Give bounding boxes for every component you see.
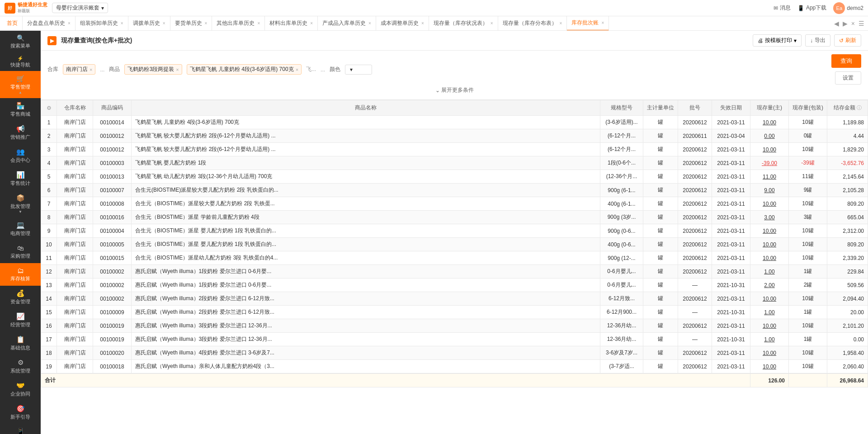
logo-text: 畅捷通好生意 [18, 2, 47, 8]
tab-7[interactable]: 产成品入库单历史 × [318, 16, 376, 31]
close-tab-6[interactable]: × [310, 21, 313, 26]
expand-filters-btn[interactable]: ⌄ 展开更多条件 [435, 86, 474, 94]
warehouse-ellipsis[interactable]: ... [100, 66, 104, 73]
tab-home[interactable]: 首页 [2, 16, 23, 31]
row-batch: — [678, 306, 712, 319]
row-stock[interactable]: 0.00 [750, 129, 789, 143]
sidebar-item-search[interactable]: 🔍 搜索菜单 [0, 31, 41, 53]
product-ellipsis[interactable]: 飞... [306, 66, 316, 73]
tab-11[interactable]: 库存批次账 × [567, 16, 609, 31]
print-btn[interactable]: 🖨 按模板打印 ▾ [753, 34, 802, 47]
close-tab-11[interactable]: × [601, 20, 604, 25]
row-stock[interactable]: 10.00 [750, 360, 789, 374]
row-stock[interactable]: 1.00 [750, 333, 789, 346]
download-icon: 📱 [797, 5, 804, 11]
refresh-btn[interactable]: ↺ 刷新 [834, 34, 861, 47]
color-dropdown[interactable]: ▾ [345, 65, 372, 75]
row-stock[interactable]: 10.00 [750, 251, 789, 265]
row-balance: 1,958.40 [827, 346, 868, 360]
sidebar-item-basic[interactable]: 📋 基础信息 [0, 332, 41, 355]
tab-6[interactable]: 材料出库单历史 × [265, 16, 318, 31]
account-selector[interactable]: 母婴行业演示账套 ▾ [52, 3, 108, 13]
th-settings[interactable]: ⚙ [41, 100, 57, 116]
sidebar-item-operations[interactable]: 📈 经营管理 [0, 309, 41, 332]
sidebar-item-retail[interactable]: 🛒 零售管理 ▲ [0, 71, 41, 98]
row-unit: 罐 [643, 292, 678, 306]
sidebar-item-apps[interactable]: 📱 应用中心 [0, 424, 41, 434]
sidebar-item-purchase[interactable]: 🛍 采购管理 [0, 241, 41, 263]
row-stock[interactable]: 9.00 [750, 184, 789, 197]
close-tab-9[interactable]: × [491, 21, 493, 26]
close-tab-7[interactable]: × [368, 21, 371, 26]
tab-4[interactable]: 要货单历史 × [170, 16, 212, 31]
cart-icon: 🛒 [16, 75, 25, 83]
row-stock[interactable]: 10.00 [750, 292, 789, 306]
row-num: 14 [41, 292, 57, 306]
tab-menu-icon[interactable]: ☰ [857, 20, 866, 27]
sidebar-item-finance[interactable]: 💰 资金管理 [0, 286, 41, 309]
close-tab-3[interactable]: × [163, 21, 165, 26]
sidebar-item-store[interactable]: 🏪 零售商城 [0, 98, 41, 121]
remove-product-tag-2[interactable]: × [296, 67, 298, 72]
product-tag-2[interactable]: 飞鹤星飞帆 儿童奶粉 4段(3-6岁适用) 700克 × [187, 64, 302, 75]
row-stock[interactable]: 11.00 [750, 170, 789, 184]
tab-close-all-icon[interactable]: × [850, 20, 856, 27]
row-stock[interactable]: 10.00 [750, 238, 789, 251]
sidebar-item-members[interactable]: 👥 会员中心 [0, 144, 41, 167]
sidebar-item-quicknav[interactable]: ⚡ 快捷导航 [0, 53, 41, 71]
sidebar-item-inventory[interactable]: 🗂 库存核算 [0, 263, 41, 286]
user-area[interactable]: Ea demo2 [833, 2, 863, 14]
sidebar-item-marketing[interactable]: 📢 营销推广 [0, 121, 41, 144]
tab-3[interactable]: 调拨单历史 × [128, 16, 170, 31]
sidebar-item-guide[interactable]: 🎯 新手引导 [0, 401, 41, 424]
row-stock[interactable]: 10.00 [750, 319, 789, 333]
row-warehouse: 南岸门店 [57, 265, 93, 278]
warehouse-tag[interactable]: 南岸门店 × [63, 64, 95, 75]
tab-2[interactable]: 组装拆卸单历史 × [75, 16, 128, 31]
refresh-icon: ↺ [839, 38, 844, 44]
row-stock[interactable]: 10.00 [750, 143, 789, 156]
row-stock[interactable]: 3.00 [750, 211, 789, 224]
close-tab-2[interactable]: × [121, 21, 123, 26]
table-row: 3 南岸门店 00100012 飞鹤星飞帆 较大婴儿配方奶粉 2段(6-12个月… [41, 143, 868, 156]
export-btn[interactable]: ↓ 导出 [805, 34, 830, 47]
row-stock[interactable]: 1.00 [750, 265, 789, 278]
sidebar-item-ecommerce[interactable]: 💻 电商管理 [0, 217, 41, 241]
row-stock[interactable]: 10.00 [750, 346, 789, 360]
row-name: 惠氏启赋（Wyeth illuma）2段奶粉 爱尔兰进口 6-12月致... [132, 292, 600, 306]
sidebar-item-wholesale[interactable]: 📦 批发管理 ▼ [0, 190, 41, 217]
sidebar-item-retail-stats[interactable]: 📊 零售统计 [0, 167, 41, 190]
tab-5[interactable]: 其他出库单历史 × [212, 16, 265, 31]
remove-warehouse-tag[interactable]: × [90, 67, 92, 72]
sidebar-item-collab[interactable]: 🤝 企业协同 [0, 378, 41, 401]
expand-nav-btn[interactable]: ▶ [47, 36, 57, 45]
sidebar-item-system[interactable]: ⚙ 系统管理 [0, 355, 41, 378]
settings-col-icon[interactable]: ⚙ [47, 105, 52, 111]
close-tab-10[interactable]: × [560, 21, 562, 26]
close-tab-4[interactable]: × [205, 21, 208, 26]
tab-prev-icon[interactable]: ◀ [833, 20, 840, 27]
remove-product-tag-1[interactable]: × [176, 67, 179, 72]
tab-9[interactable]: 现存量（库存状况表） × [429, 16, 498, 31]
query-btn[interactable]: 查询 [831, 54, 861, 68]
message-btn[interactable]: ✉ 消息 [774, 4, 791, 12]
tab-8[interactable]: 成本调整单历史 × [376, 16, 429, 31]
row-num: 18 [41, 346, 57, 360]
tab-1[interactable]: 分盘盘点单历史 × [23, 16, 75, 31]
tab-10[interactable]: 现存量（库存分布表） × [498, 16, 567, 31]
close-tab-1[interactable]: × [68, 21, 71, 26]
row-stock[interactable]: 10.00 [750, 116, 789, 129]
row-stock[interactable]: 2.00 [750, 278, 789, 292]
settings-btn[interactable]: 设置 [835, 71, 861, 85]
product-more[interactable]: ... [321, 66, 325, 73]
row-stock[interactable]: 10.00 [750, 224, 789, 238]
product-tag-1[interactable]: 飞鹤奶粉3段两提装 × [124, 64, 182, 75]
row-stock[interactable]: 10.00 [750, 197, 789, 211]
close-tab-5[interactable]: × [257, 21, 260, 26]
tab-next-icon[interactable]: ▶ [841, 20, 849, 27]
row-stock[interactable]: 1.00 [750, 306, 789, 319]
close-tab-8[interactable]: × [421, 21, 424, 26]
lightning-icon: ⚡ [17, 56, 24, 61]
app-download-btn[interactable]: 📱 App下载 [797, 4, 826, 12]
row-stock[interactable]: -39.00 [750, 156, 789, 170]
